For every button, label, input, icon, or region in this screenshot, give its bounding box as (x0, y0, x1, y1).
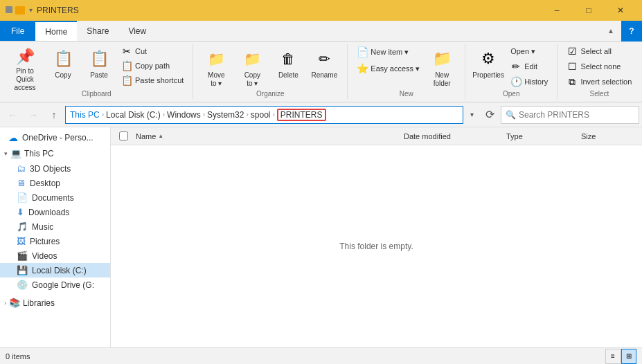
select-none-icon: ☐ (567, 61, 578, 72)
refresh-button[interactable]: ⟳ (480, 105, 499, 125)
new-item-label: New item ▾ (371, 48, 409, 57)
move-to-icon: 📁 (205, 48, 227, 70)
type-header-label: Type (506, 132, 523, 140)
move-to-button[interactable]: 📁 Moveto ▾ (199, 44, 233, 91)
forward-button[interactable]: → (24, 105, 43, 125)
copy-button[interactable]: 📋 Copy (46, 44, 80, 91)
libraries-icon: 📚 (9, 298, 20, 308)
sidebar-item-google-drive[interactable]: 💿 Google Drive (G: (0, 277, 110, 292)
edit-label: Edit (524, 62, 537, 71)
sidebar-item-documents[interactable]: 📄 Documents (0, 190, 110, 205)
sidebar-item-desktop[interactable]: 🖥 Desktop (0, 176, 110, 190)
large-icons-view-button[interactable]: ⊞ (621, 349, 636, 364)
libraries-label: Libraries (23, 298, 55, 308)
libraries-section[interactable]: › 📚 Libraries (0, 295, 110, 311)
up-button[interactable]: ↑ (44, 105, 64, 125)
address-local-disk[interactable]: Local Disk (C:) (106, 110, 161, 120)
address-arrow-1: › (102, 111, 104, 118)
paste-button[interactable]: 📋 Paste (82, 44, 116, 91)
tab-view[interactable]: View (118, 21, 156, 41)
size-column-header[interactable]: Size (581, 131, 636, 141)
desktop-icon: 🖥 (17, 178, 26, 188)
address-windows[interactable]: Windows (167, 110, 201, 120)
invert-selection-icon: ⧉ (567, 76, 578, 88)
new-folder-label: Newfolder (434, 71, 451, 88)
paste-shortcut-label: Paste shortcut (135, 76, 184, 84)
search-bar[interactable]: 🔍 (501, 106, 639, 124)
minimize-icon (6, 6, 12, 13)
name-column-header[interactable]: Name ▲ (136, 132, 398, 140)
easy-access-button[interactable]: ⭐ Easy access ▾ (353, 61, 423, 76)
content-body: This folder is empty. (111, 145, 642, 347)
details-view-button[interactable]: ≡ (605, 349, 621, 364)
properties-button[interactable]: ⚙ Properties (471, 44, 506, 91)
maximize-button[interactable]: □ (573, 0, 605, 21)
cut-label: Cut (135, 47, 147, 55)
cut-button[interactable]: ✂ Cut (118, 44, 187, 58)
sidebar-item-local-disk[interactable]: 💾 Local Disk (C:) (0, 263, 110, 277)
sidebar-item-videos[interactable]: 🎬 Videos (0, 248, 110, 263)
select-all-button[interactable]: ☑ Select all (563, 44, 615, 58)
main-area: ☁ OneDrive - Perso... ▾ 💻 This PC 🗂 3D O… (0, 127, 642, 347)
tab-share[interactable]: Share (77, 21, 118, 41)
date-column-header[interactable]: Date modified (404, 131, 501, 141)
history-button[interactable]: 🕐 History (507, 75, 551, 89)
dropdown-arrow-icon: ▾ (29, 6, 33, 15)
edit-icon: ✏ (510, 61, 521, 72)
address-spool[interactable]: spool (251, 110, 271, 120)
new-folder-button[interactable]: 📁 Newfolder (425, 44, 459, 91)
copy-path-label: Copy path (135, 62, 170, 70)
search-input[interactable] (519, 110, 634, 120)
details-view-icon: ≡ (611, 352, 615, 360)
name-sort-icon: ▲ (158, 133, 163, 139)
easy-access-label: Easy access ▾ (371, 64, 420, 73)
libraries-chevron-icon: › (4, 300, 6, 307)
onedrive-label: OneDrive - Perso... (22, 133, 93, 143)
help-button[interactable]: ? (621, 21, 642, 42)
delete-button[interactable]: 🗑 Delete (271, 44, 305, 91)
copy-to-button[interactable]: 📁 Copyto ▾ (235, 44, 269, 91)
history-label: History (524, 78, 548, 86)
sidebar-item-3dobjects[interactable]: 🗂 3D Objects (0, 161, 110, 176)
this-pc-section[interactable]: ▾ 💻 This PC (0, 145, 110, 161)
this-pc-icon: 💻 (10, 148, 21, 158)
sidebar-item-onedrive[interactable]: ☁ OneDrive - Perso... (0, 130, 110, 145)
music-icon: 🎵 (17, 221, 28, 232)
rename-button[interactable]: ✏ Rename (307, 44, 341, 91)
google-drive-label: Google Drive (G: (32, 280, 94, 290)
title-bar-icons: ▾ (6, 6, 33, 15)
minimize-button[interactable]: – (541, 0, 573, 21)
close-button[interactable]: ✕ (605, 0, 636, 21)
ribbon-collapse-button[interactable]: ▲ (600, 21, 621, 42)
address-system32[interactable]: System32 (207, 110, 244, 120)
new-item-button[interactable]: 📄 New item ▾ (353, 44, 423, 60)
paste-shortcut-button[interactable]: 📋 Paste shortcut (118, 73, 187, 87)
copy-path-button[interactable]: 📋 Copy path (118, 59, 187, 73)
organize-group: 📁 Moveto ▾ 📁 Copyto ▾ 🗑 Delete ✏ Rename … (193, 44, 348, 99)
invert-selection-button[interactable]: ⧉ Invert selection (563, 75, 635, 89)
sidebar-item-music[interactable]: 🎵 Music (0, 219, 110, 234)
pin-to-quick-access-button[interactable]: 📌 Pin to Quickaccess (6, 44, 44, 91)
window-controls: – □ ✕ (541, 0, 636, 21)
header-checkbox-col (116, 131, 130, 140)
select-none-button[interactable]: ☐ Select none (563, 60, 624, 73)
desktop-label: Desktop (30, 179, 60, 188)
delete-label: Delete (278, 71, 298, 80)
type-column-header[interactable]: Type (506, 131, 576, 141)
pin-label: Pin to Quickaccess (8, 67, 42, 92)
open-button[interactable]: Open ▾ (507, 44, 551, 58)
address-printers-highlighted[interactable]: PRINTERS (277, 109, 326, 121)
address-dropdown-button[interactable]: ▾ (465, 106, 479, 124)
select-all-checkbox[interactable] (119, 131, 128, 140)
back-button[interactable]: ← (3, 105, 22, 125)
large-icons-view-icon: ⊞ (626, 352, 632, 360)
sidebar-item-pictures[interactable]: 🖼 Pictures (0, 234, 110, 248)
tab-file[interactable]: File (0, 21, 35, 41)
edit-button[interactable]: ✏ Edit (507, 60, 551, 73)
select-group: ☑ Select all ☐ Select none ⧉ Invert sele… (558, 44, 641, 99)
address-this-pc[interactable]: This PC (70, 110, 100, 120)
address-bar[interactable]: This PC › Local Disk (C:) › Windows › Sy… (65, 106, 463, 124)
sidebar-item-downloads[interactable]: ⬇ Downloads (0, 205, 110, 219)
tab-home[interactable]: Home (35, 21, 77, 41)
this-pc-chevron-icon: ▾ (4, 150, 8, 157)
